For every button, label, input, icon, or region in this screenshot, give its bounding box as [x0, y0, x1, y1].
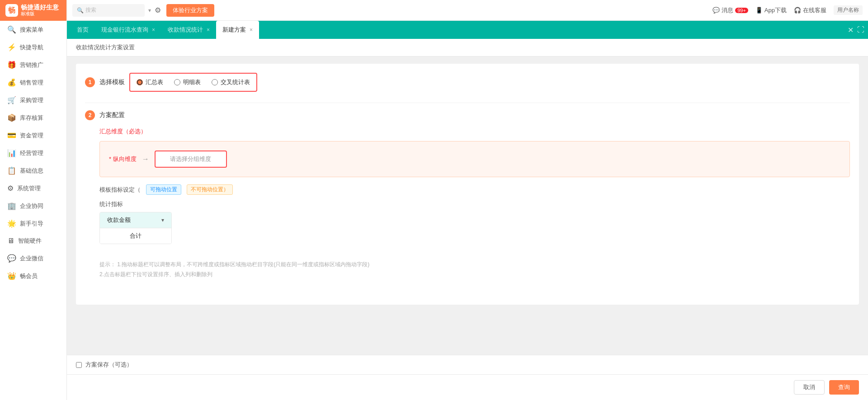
step2-header: 2 方案配置	[85, 110, 850, 120]
non-draggable-tag: 不可拖动位置）	[187, 184, 233, 195]
download-btn[interactable]: 📱 App下载	[755, 6, 787, 14]
service-btn[interactable]: 🎧 在线客服	[794, 6, 826, 14]
inventory-icon: 📦	[7, 113, 16, 122]
tab-receipt-stat-close[interactable]: ×	[207, 27, 210, 33]
tabbar-actions: ✕ ⛶	[848, 26, 864, 34]
radio-cross[interactable]: 交叉统计表	[212, 78, 250, 86]
template-selection: 汇总表 明细表 交叉统计表	[129, 73, 257, 92]
search-box[interactable]: 🔍 搜索	[72, 4, 145, 17]
basic-info-icon: 📋	[7, 166, 16, 175]
step1-num: 1	[85, 77, 95, 87]
tab-bank-flow[interactable]: 现金银行流水查询 ×	[95, 21, 161, 39]
sidebar-item-guide[interactable]: 🌟 新手引导	[0, 215, 66, 232]
indicator-table-header: 收款金额 ▾	[100, 212, 171, 228]
system-icon: ⚙	[7, 184, 14, 193]
download-icon: 📱	[755, 7, 763, 14]
search-icon: 🔍	[77, 7, 84, 14]
radio-detail-input[interactable]	[174, 79, 180, 85]
message-btn[interactable]: 💬 消息 99+	[712, 6, 748, 14]
guide-icon: 🌟	[7, 219, 16, 228]
sidebar-item-inventory[interactable]: 📦 库存核算	[0, 109, 66, 127]
step2-num: 2	[85, 110, 95, 120]
sidebar-item-operation[interactable]: 📊 经营管理	[0, 144, 66, 162]
indicator-table-row: 合计	[100, 228, 171, 244]
smart-hw-icon: 🖥	[7, 237, 14, 245]
hint-area: 提示： 1.拖动标题栏可以调整布局，不可跨维度或指标区域拖动栏目字段(只能在同一…	[99, 254, 850, 285]
operation-icon: 📊	[7, 149, 16, 157]
footer-bar: 取消 查询	[67, 374, 868, 400]
indicator-section: 模板指标设定（ 可拖动位置 不可拖动位置） 统计指标	[99, 184, 850, 285]
hint-1: 提示： 1.拖动标题栏可以调整布局，不可跨维度或指标区域拖动栏目字段(只能在同一…	[99, 260, 850, 270]
page-body: 1 选择模板 汇总表 明细表	[67, 56, 868, 355]
sidebar-item-wechat[interactable]: 💬 企业微信	[0, 249, 66, 267]
indicator-table: 收款金额 ▾ 合计	[99, 212, 172, 244]
tab-close-all-icon[interactable]: ✕	[848, 26, 854, 34]
tab-new-plan-close[interactable]: ×	[250, 27, 253, 33]
sidebar-item-enterprise[interactable]: 🏢 企业协同	[0, 197, 66, 215]
sidebar-item-search-menu[interactable]: 🔍 搜索菜单	[0, 21, 66, 38]
step1-title: 选择模板	[99, 78, 125, 86]
service-icon: 🎧	[794, 7, 801, 14]
main-area: 🔍 搜索 ▾ ⚙ 体验行业方案 💬 消息 99+ 📱 App下载 🎧 在线客服 …	[67, 0, 868, 400]
dim-arrow-icon: →	[142, 155, 149, 163]
message-badge: 99+	[735, 8, 748, 13]
stat-label: 统计指标	[99, 200, 850, 208]
topbar: 🔍 搜索 ▾ ⚙ 体验行业方案 💬 消息 99+ 📱 App下载 🎧 在线客服 …	[67, 0, 868, 21]
sales-icon: 💰	[7, 78, 16, 87]
radio-summary[interactable]: 汇总表	[137, 78, 163, 86]
topbar-chevron-icon[interactable]: ▾	[148, 7, 151, 14]
sidebar-item-marketing[interactable]: 🎁 营销推广	[0, 56, 66, 74]
sidebar-item-sales[interactable]: 💰 销售管理	[0, 74, 66, 91]
tab-expand-icon[interactable]: ⛶	[857, 26, 864, 34]
member-icon: 👑	[7, 272, 16, 280]
sidebar-item-system[interactable]: ⚙ 系统管理	[0, 179, 66, 197]
sidebar-item-basic-info[interactable]: 📋 基础信息	[0, 162, 66, 179]
dimension-area: * 纵向维度 → 请选择分组维度	[99, 141, 850, 177]
step2-title: 方案配置	[99, 111, 125, 119]
tab-receipt-stat[interactable]: 收款情况统计 ×	[161, 21, 216, 39]
radio-summary-input[interactable]	[137, 79, 143, 85]
sidebar: 畅 畅捷通好生意 标准版 🔍 搜索菜单 ⚡ 快捷导航 🎁 营销推广 💰 销售管理…	[0, 0, 67, 400]
step1-section: 1 选择模板 汇总表 明细表	[85, 73, 850, 92]
message-icon: 💬	[712, 7, 720, 14]
sidebar-item-finance[interactable]: 💳 资金管理	[0, 127, 66, 144]
topbar-gear-icon[interactable]: ⚙	[155, 6, 161, 14]
sidebar-item-quick-nav[interactable]: ⚡ 快捷导航	[0, 38, 66, 56]
topbar-right: 💬 消息 99+ 📱 App下载 🎧 在线客服 用户名称	[712, 5, 863, 15]
indicator-dropdown-icon[interactable]: ▾	[161, 217, 164, 223]
quick-nav-icon: ⚡	[7, 43, 16, 52]
finance-icon: 💳	[7, 131, 16, 140]
enterprise-icon: 🏢	[7, 202, 16, 210]
indicator-header: 模板指标设定（ 可拖动位置 不可拖动位置）	[99, 184, 850, 195]
dimension-row-label: * 纵向维度	[109, 155, 137, 163]
tab-bank-flow-close[interactable]: ×	[152, 27, 155, 33]
tab-new-plan[interactable]: 新建方案 ×	[216, 21, 259, 39]
save-section: 方案保存（可选）	[67, 355, 868, 374]
sidebar-item-purchase[interactable]: 🛒 采购管理	[0, 91, 66, 109]
draggable-tag: 可拖动位置	[146, 184, 181, 195]
cancel-button[interactable]: 取消	[794, 380, 825, 395]
search-placeholder: 搜索	[85, 6, 96, 14]
step2-section: 2 方案配置 汇总维度（必选） * 纵向维度 → 请选择分组维度	[85, 110, 850, 285]
sidebar-logo: 畅 畅捷通好生意 标准版	[0, 0, 66, 21]
query-button[interactable]: 查询	[829, 380, 859, 395]
logo-icon: 畅	[5, 4, 18, 17]
dimension-selector[interactable]: 请选择分组维度	[155, 151, 227, 168]
save-checkbox[interactable]	[76, 362, 82, 368]
logo-subtext: 标准版	[21, 11, 59, 17]
marketing-icon: 🎁	[7, 61, 16, 69]
sidebar-item-member[interactable]: 👑 畅会员	[0, 267, 66, 285]
breadcrumb: 收款情况统计方案设置	[76, 44, 135, 51]
radio-detail[interactable]: 明细表	[174, 78, 201, 86]
save-label: 方案保存（可选）	[85, 361, 132, 369]
purchase-icon: 🛒	[7, 96, 16, 104]
hint-2: 2.点击标题栏下拉可设置排序、插入列和删除列	[99, 270, 850, 280]
content-area: 收款情况统计方案设置 1 选择模板 汇总表	[67, 39, 868, 400]
search-menu-icon: 🔍	[7, 25, 16, 34]
industry-btn[interactable]: 体验行业方案	[166, 4, 214, 17]
tab-home[interactable]: 首页	[71, 21, 95, 39]
tabbar: 首页 现金银行流水查询 × 收款情况统计 × 新建方案 × ✕ ⛶	[67, 21, 868, 39]
radio-cross-input[interactable]	[212, 79, 218, 85]
page-header: 收款情况统计方案设置	[67, 39, 868, 56]
sidebar-item-smart-hw[interactable]: 🖥 智能硬件	[0, 232, 66, 249]
